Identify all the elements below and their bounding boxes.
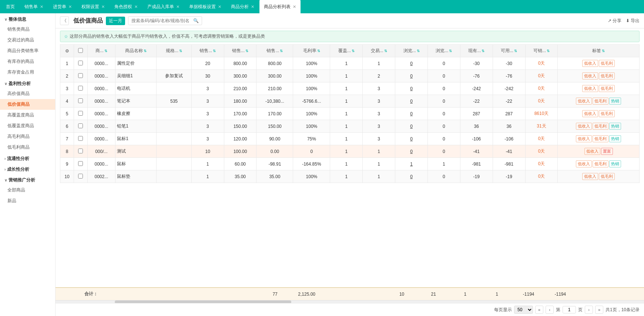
close-icon[interactable]: ✕	[293, 4, 296, 9]
data-table-container[interactable]: ⚙ 商...⇅ 商品名称⇅ 规格...⇅ 销售...⇅ 销售...⇅ 销售...…	[60, 44, 640, 287]
sidebar-item-low-coverage[interactable]: 低覆盖度商品	[0, 120, 55, 131]
share-button[interactable]: ↗ 分享	[608, 18, 621, 24]
nav-purchase-order[interactable]: 进货单 ✕	[48, 0, 76, 13]
row-checkbox[interactable]	[78, 61, 83, 65]
row-checkbox[interactable]	[78, 73, 83, 78]
close-icon[interactable]: ✕	[176, 4, 180, 9]
row-index: 3	[60, 82, 74, 95]
col-code[interactable]: 商...⇅	[87, 45, 115, 57]
row-checkbox[interactable]	[78, 86, 83, 91]
row-checkbox-cell[interactable]	[74, 82, 87, 95]
close-icon[interactable]: ✕	[251, 4, 254, 9]
close-icon[interactable]: ✕	[40, 4, 43, 9]
nav-sales-order[interactable]: 销售单 ✕	[20, 0, 48, 13]
row-checkbox[interactable]	[78, 123, 83, 128]
row-checkbox-cell[interactable]	[74, 170, 87, 183]
row-checkbox-cell[interactable]	[74, 108, 87, 120]
sidebar-group-flow[interactable]: › 流通性分析	[0, 153, 55, 163]
sidebar-group-marketing[interactable]: ∨ 营销推广分析	[0, 174, 55, 185]
sidebar-group-growth[interactable]: › 成长性分析	[0, 163, 55, 174]
close-icon[interactable]: ✕	[218, 4, 221, 9]
nav-permissions[interactable]: 权限设置 ✕	[77, 0, 109, 13]
col-coverage[interactable]: 覆盖...⇅	[330, 45, 363, 57]
close-icon[interactable]: ✕	[68, 4, 72, 9]
nav-product-inbound[interactable]: 产成品入库单 ✕	[143, 0, 184, 13]
col-checkbox[interactable]	[74, 45, 87, 57]
sidebar-item-new-products[interactable]: 新品	[0, 196, 55, 206]
nav-role-auth[interactable]: 角色授权 ✕	[110, 0, 142, 13]
select-all-checkbox[interactable]	[78, 48, 83, 53]
browse1-link[interactable]: 0	[410, 149, 413, 154]
sidebar-item-stocked[interactable]: 有库存的商品	[0, 56, 55, 67]
nav-product-analysis[interactable]: 商品分析 ✕	[227, 0, 259, 13]
browse1-link[interactable]: 0	[410, 86, 413, 91]
horizontal-scrollbar[interactable]	[56, 300, 644, 303]
col-sale-price[interactable]: 销售...⇅	[224, 45, 256, 57]
nav-template-settings[interactable]: 单据模板设置 ✕	[185, 0, 226, 13]
col-transaction[interactable]: 交易...⇅	[363, 45, 395, 57]
row-checkbox-cell[interactable]	[74, 70, 87, 82]
sidebar-item-stock-capital[interactable]: 库存资金占用	[0, 67, 55, 78]
sidebar-item-traded[interactable]: 交易过的商品	[0, 35, 55, 45]
sidebar-group-profit[interactable]: ∨ 盈利性分析	[0, 78, 55, 88]
close-icon[interactable]: ✕	[134, 4, 138, 9]
col-available[interactable]: 可用...⇅	[493, 45, 525, 57]
nav-product-analysis-list[interactable]: 商品分析列表 ✕	[259, 0, 301, 13]
tag: 低收入	[584, 148, 600, 155]
last-page-button[interactable]: »	[595, 306, 603, 314]
sidebar-group-overall[interactable]: ∨ 整体信息	[0, 13, 55, 24]
sidebar-item-category-rate[interactable]: 商品分类销售率	[0, 45, 55, 56]
row-checkbox-cell[interactable]	[74, 145, 87, 158]
browse1-link[interactable]: 0	[410, 99, 413, 104]
row-checkbox-cell[interactable]	[74, 133, 87, 145]
row-checkbox[interactable]	[78, 174, 83, 179]
per-page-select[interactable]: 50 100 200	[514, 306, 533, 314]
row-checkbox[interactable]	[78, 136, 83, 141]
first-page-button[interactable]: «	[535, 306, 543, 314]
sidebar-item-low-margin[interactable]: 低毛利商品	[0, 142, 55, 153]
row-checkbox-cell[interactable]	[74, 95, 87, 108]
page-number-input[interactable]	[563, 306, 576, 313]
col-gear[interactable]: ⚙	[60, 45, 74, 57]
sidebar-item-low-value[interactable]: 低价值商品	[0, 99, 55, 110]
sidebar-item-high-margin[interactable]: 高毛利商品	[0, 131, 55, 142]
browse1-link[interactable]: 0	[410, 74, 413, 79]
nav-home[interactable]: 首页	[1, 0, 19, 13]
col-profit-rate[interactable]: 毛利率⇅	[293, 45, 330, 57]
col-spec[interactable]: 规格...⇅	[157, 45, 191, 57]
browse1-link[interactable]: 0	[410, 136, 413, 142]
row-checkbox-cell[interactable]	[74, 120, 87, 133]
sidebar-item-all-products[interactable]: 全部商品	[0, 185, 55, 196]
prev-page-button[interactable]: ‹	[546, 306, 554, 314]
sidebar-item-sales-products[interactable]: 销售类商品	[0, 24, 55, 35]
row-checkbox[interactable]	[78, 111, 83, 116]
row-checkbox[interactable]	[78, 149, 83, 153]
time-filter-button[interactable]: 近一月	[106, 17, 125, 25]
row-checkbox[interactable]	[78, 161, 83, 166]
close-icon[interactable]: ✕	[101, 4, 105, 9]
col-browse1[interactable]: 浏览...⇅	[395, 45, 428, 57]
col-sellable[interactable]: 可销...⇅	[525, 45, 558, 57]
sidebar-item-high-coverage[interactable]: 高覆盖度商品	[0, 110, 55, 120]
search-input[interactable]	[131, 18, 192, 23]
col-current-stock[interactable]: 现有...⇅	[460, 45, 493, 57]
sidebar-item-high-value[interactable]: 高价值商品	[0, 88, 55, 99]
export-button[interactable]: ⬇ 导出	[626, 18, 640, 24]
browse1-link[interactable]: 0	[410, 124, 413, 129]
row-checkbox-cell[interactable]	[74, 158, 87, 170]
search-icon[interactable]: 🔍	[193, 18, 199, 23]
row-checkbox-cell[interactable]	[74, 57, 87, 70]
row-transaction: 3	[363, 133, 395, 145]
browse1-link[interactable]: 1	[410, 162, 413, 167]
browse1-link[interactable]: 0	[410, 111, 413, 116]
collapse-sidebar-button[interactable]: 《	[60, 16, 69, 25]
col-sale-amount[interactable]: 销售...⇅	[256, 45, 293, 57]
row-checkbox[interactable]	[78, 98, 83, 103]
col-tags[interactable]: 标签⇅	[558, 45, 640, 57]
browse1-link[interactable]: 0	[410, 174, 413, 179]
col-name[interactable]: 商品名称⇅	[115, 45, 157, 57]
browse1-link[interactable]: 0	[410, 61, 413, 66]
next-page-button[interactable]: ›	[585, 306, 593, 314]
col-sale-qty[interactable]: 销售...⇅	[191, 45, 224, 57]
col-browse2[interactable]: 浏览...⇅	[428, 45, 460, 57]
